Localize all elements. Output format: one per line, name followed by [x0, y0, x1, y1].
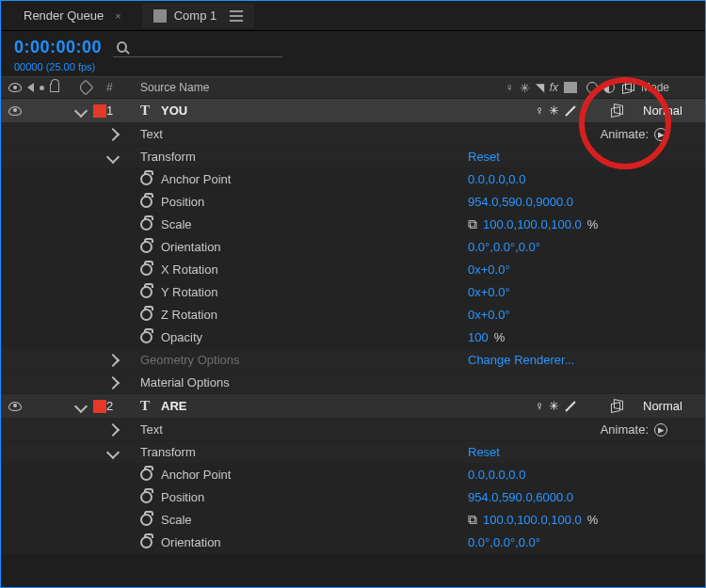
- property-value[interactable]: 0.0°,0.0°,0.0°: [462, 240, 705, 254]
- property-value[interactable]: 0.0,0.0,0.0: [462, 172, 705, 186]
- twirl-icon[interactable]: [106, 127, 120, 140]
- layer-name[interactable]: T ARE: [140, 398, 462, 414]
- visibility-column-icon[interactable]: [8, 83, 22, 92]
- label-column-icon[interactable]: [78, 80, 94, 96]
- twirl-icon[interactable]: [74, 103, 88, 117]
- motion-blur-icon[interactable]: [586, 82, 598, 93]
- stopwatch-icon[interactable]: [140, 331, 152, 343]
- property-label: Scale: [161, 217, 462, 231]
- 3d-switch[interactable]: [609, 104, 622, 118]
- 3d-switch[interactable]: [609, 400, 622, 413]
- panel-menu-icon[interactable]: [230, 10, 243, 22]
- frame-blend-icon[interactable]: [564, 82, 577, 93]
- twirl-icon[interactable]: [106, 445, 120, 458]
- property-label: Opacity: [161, 330, 462, 344]
- timecode-row: 0:00:00:00: [1, 31, 705, 61]
- timeline-columns-header: # Source Name ♀ ✳ ◥ fx Mode: [1, 76, 705, 99]
- property-group-transform[interactable]: Transform Reset: [1, 146, 705, 168]
- search-input[interactable]: [133, 40, 279, 54]
- shy-switch[interactable]: ♀: [535, 399, 544, 413]
- 3d-column-icon[interactable]: [620, 81, 634, 94]
- stopwatch-icon[interactable]: [140, 196, 152, 208]
- comp-swatch-icon: [153, 9, 167, 23]
- stopwatch-icon[interactable]: [140, 536, 152, 548]
- property-x-rotation: X Rotation 0x+0.0°: [1, 259, 705, 281]
- property-value[interactable]: 0x+0.0°: [462, 308, 705, 322]
- solo-column-icon[interactable]: [40, 86, 44, 90]
- stopwatch-icon[interactable]: [140, 309, 152, 321]
- blend-mode[interactable]: Normal: [635, 103, 705, 118]
- layer-name-text: ARE: [161, 399, 186, 413]
- property-value[interactable]: 0.0°,0.0°,0.0°: [462, 535, 705, 549]
- property-group-text[interactable]: Text Animate:▸: [1, 419, 705, 441]
- fx-icon[interactable]: fx: [550, 81, 558, 94]
- quality-switch[interactable]: [564, 104, 577, 118]
- twirl-icon[interactable]: [106, 150, 120, 163]
- property-label: Position: [161, 195, 462, 209]
- layer-name[interactable]: T YOU: [140, 103, 462, 119]
- stopwatch-icon[interactable]: [140, 491, 152, 503]
- shy-icon[interactable]: ♀: [505, 81, 514, 94]
- timeline-search[interactable]: [113, 37, 282, 57]
- collapse-switch[interactable]: ✳: [549, 104, 559, 117]
- property-value[interactable]: 954.0,590.0,9000.0: [462, 195, 705, 209]
- property-group-geometry[interactable]: Geometry Options Change Renderer...: [1, 349, 705, 372]
- layer-row[interactable]: 2 T ARE ♀ ✳ Normal: [1, 394, 705, 419]
- property-group-transform[interactable]: Transform Reset: [1, 441, 705, 464]
- property-value[interactable]: 100%: [462, 330, 705, 344]
- mode-column[interactable]: Mode: [635, 81, 705, 94]
- property-group-text[interactable]: Text Animate:▸: [1, 123, 705, 146]
- stopwatch-icon[interactable]: [140, 218, 152, 230]
- property-label: Anchor Point: [161, 172, 462, 186]
- close-icon[interactable]: ×: [115, 10, 120, 22]
- twirl-icon[interactable]: [74, 399, 88, 412]
- visibility-toggle[interactable]: [8, 402, 22, 411]
- current-time[interactable]: 0:00:00:00: [14, 38, 102, 57]
- constrain-link-icon[interactable]: ⧉: [468, 216, 477, 232]
- audio-column-icon[interactable]: [27, 83, 34, 92]
- property-value[interactable]: 0x+0.0°: [462, 262, 705, 277]
- property-label: Position: [161, 490, 462, 504]
- label-color[interactable]: [93, 400, 106, 413]
- property-value[interactable]: 954.0,590.0,6000.0: [462, 490, 705, 504]
- tab-comp[interactable]: Comp 1: [142, 3, 255, 28]
- property-value[interactable]: ⧉100.0,100.0,100.0%: [462, 512, 705, 528]
- stopwatch-icon[interactable]: [140, 173, 152, 185]
- lock-column-icon[interactable]: [50, 84, 59, 92]
- property-group-material[interactable]: Material Options: [1, 372, 705, 394]
- animate-menu-icon[interactable]: ▸: [654, 423, 667, 437]
- constrain-link-icon[interactable]: ⧉: [468, 512, 477, 528]
- quality-switch[interactable]: [564, 400, 577, 413]
- stopwatch-icon[interactable]: [140, 514, 152, 526]
- property-value[interactable]: 0.0,0.0,0.0: [462, 468, 705, 482]
- collapse-icon[interactable]: ✳: [520, 82, 530, 94]
- adjustment-icon[interactable]: [603, 82, 615, 93]
- source-name-column[interactable]: Source Name: [140, 81, 462, 94]
- reset-link[interactable]: Reset: [462, 445, 705, 459]
- reset-link[interactable]: Reset: [462, 150, 705, 164]
- quality-icon[interactable]: ◥: [536, 81, 544, 94]
- label-color[interactable]: [93, 104, 106, 118]
- change-renderer-link[interactable]: Change Renderer...: [462, 353, 705, 367]
- stopwatch-icon[interactable]: [140, 241, 152, 253]
- stopwatch-icon[interactable]: [140, 263, 152, 276]
- visibility-toggle[interactable]: [8, 106, 22, 116]
- property-label: Scale: [161, 513, 462, 527]
- property-z-rotation: Z Rotation 0x+0.0°: [1, 304, 705, 326]
- animate-menu-icon[interactable]: ▸: [654, 128, 667, 141]
- layer-row[interactable]: 1 T YOU ♀ ✳ Normal: [1, 99, 705, 123]
- stopwatch-icon[interactable]: [140, 286, 152, 298]
- twirl-icon[interactable]: [106, 353, 120, 366]
- blend-mode[interactable]: Normal: [635, 399, 705, 413]
- property-label: Orientation: [161, 535, 462, 549]
- property-value[interactable]: 0x+0.0°: [462, 285, 705, 299]
- twirl-icon[interactable]: [106, 422, 120, 436]
- stopwatch-icon[interactable]: [140, 469, 152, 481]
- group-label: Text: [140, 127, 462, 141]
- property-anchor-point: Anchor Point 0.0,0.0,0.0: [1, 168, 705, 191]
- collapse-switch[interactable]: ✳: [549, 400, 559, 412]
- tab-render-queue[interactable]: Render Queue ×: [12, 3, 133, 28]
- property-value[interactable]: ⧉100.0,100.0,100.0%: [462, 216, 705, 232]
- shy-switch[interactable]: ♀: [535, 103, 544, 118]
- twirl-icon[interactable]: [106, 375, 120, 389]
